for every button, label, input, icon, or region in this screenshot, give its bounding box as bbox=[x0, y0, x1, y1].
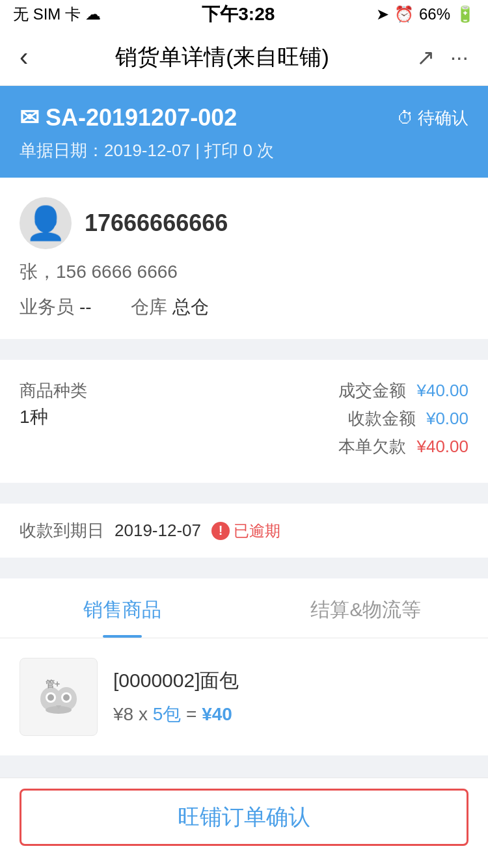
order-header: ✉ SA-20191207-002 ⏱ 待确认 单据日期：2019-12-07 … bbox=[0, 86, 488, 178]
tab-settlement[interactable]: 结算&物流等 bbox=[244, 578, 488, 638]
product-thumb-icon: 管+ bbox=[33, 674, 85, 720]
amount-label-2: 收款金额 bbox=[348, 407, 416, 430]
overdue-icon: ! bbox=[211, 522, 230, 540]
order-date: 单据日期：2019-12-07 | 打印 0 次 bbox=[20, 139, 468, 162]
avatar: 👤 bbox=[20, 197, 72, 249]
confirm-button[interactable]: 旺铺订单确认 bbox=[20, 789, 468, 846]
product-item: 管+ [0000002]面包 ¥8 x 5包 = ¥40 bbox=[20, 658, 468, 736]
overdue-badge: ! 已逾期 bbox=[211, 521, 280, 541]
order-envelope-icon: ✉ bbox=[20, 104, 39, 131]
svg-point-5 bbox=[63, 694, 70, 701]
amount-label-3: 本单欠款 bbox=[338, 435, 406, 458]
customer-phone: 17666666666 bbox=[85, 210, 228, 237]
sales-rep-label: 业务员 bbox=[20, 295, 74, 319]
amount-line-1: 成交金额 ¥40.00 bbox=[338, 379, 468, 402]
product-type-value: 1种 bbox=[20, 405, 87, 429]
sales-rep-field: 业务员 -- bbox=[20, 295, 92, 319]
due-date-label: 收款到期日 bbox=[20, 519, 104, 542]
amounts-block: 成交金额 ¥40.00 收款金额 ¥0.00 本单欠款 ¥40.00 bbox=[338, 379, 468, 463]
due-section: 收款到期日 2019-12-07 ! 已逾期 bbox=[0, 504, 488, 558]
order-status: ⏱ 待确认 bbox=[397, 107, 468, 129]
meta-row: 业务员 -- 仓库 总仓 bbox=[20, 295, 468, 319]
warehouse-field: 仓库 总仓 bbox=[131, 295, 209, 319]
due-date-value: 2019-12-07 bbox=[115, 521, 201, 541]
sales-rep-value: -- bbox=[79, 297, 92, 318]
price-equals: = bbox=[186, 704, 202, 724]
nav-actions: ↗ ··· bbox=[416, 44, 468, 70]
price-total: ¥40 bbox=[202, 704, 232, 724]
customer-section: 👤 17666666666 张，156 6666 6666 业务员 -- 仓库 … bbox=[0, 178, 488, 339]
status-text: 待确认 bbox=[418, 107, 468, 129]
tab-sales-products[interactable]: 销售商品 bbox=[0, 578, 244, 638]
order-id: ✉ SA-20191207-002 bbox=[20, 104, 237, 131]
warehouse-value: 总仓 bbox=[172, 295, 209, 319]
price-quantity: 5包 bbox=[153, 704, 182, 724]
divider-2 bbox=[0, 493, 488, 504]
more-icon[interactable]: ··· bbox=[450, 44, 468, 70]
price-base: ¥8 x bbox=[113, 704, 153, 724]
amount-label-1: 成交金额 bbox=[338, 379, 406, 402]
alarm-icon: ⏰ bbox=[394, 5, 414, 23]
person-icon: 👤 bbox=[25, 204, 66, 242]
customer-name: 张，156 6666 6666 bbox=[20, 260, 468, 284]
battery-label: 66% bbox=[419, 5, 450, 23]
status-left: 无 SIM 卡 ☁ bbox=[13, 4, 101, 25]
back-button[interactable]: ‹ bbox=[20, 42, 28, 72]
nav-bar: ‹ 销货单详情(来自旺铺) ↗ ··· bbox=[0, 29, 488, 86]
export-icon[interactable]: ↗ bbox=[416, 44, 435, 70]
warehouse-label: 仓库 bbox=[131, 295, 167, 319]
tab-sales-label: 销售商品 bbox=[83, 599, 161, 620]
product-price: ¥8 x 5包 = ¥40 bbox=[113, 702, 468, 727]
product-info: [0000002]面包 ¥8 x 5包 = ¥40 bbox=[113, 668, 468, 727]
battery-icon: 🔋 bbox=[455, 5, 475, 23]
order-id-row: ✉ SA-20191207-002 ⏱ 待确认 bbox=[20, 104, 468, 131]
no-sim-label: 无 SIM 卡 ☁ bbox=[13, 4, 101, 25]
status-right: ➤ ⏰ 66% 🔋 bbox=[376, 5, 475, 23]
clock-icon: ⏱ bbox=[397, 108, 414, 128]
amounts-row: 商品种类 1种 成交金额 ¥40.00 收款金额 ¥0.00 本单欠款 ¥40.… bbox=[20, 379, 468, 463]
amount-value-2: ¥0.00 bbox=[426, 409, 468, 429]
svg-text:管+: 管+ bbox=[46, 679, 60, 689]
product-section: 管+ [0000002]面包 ¥8 x 5包 = ¥40 bbox=[0, 638, 488, 755]
customer-row: 👤 17666666666 bbox=[20, 197, 468, 249]
tab-bar: 销售商品 结算&物流等 bbox=[0, 578, 488, 638]
divider-3 bbox=[0, 568, 488, 578]
product-type-block: 商品种类 1种 bbox=[20, 379, 87, 429]
divider-1 bbox=[0, 349, 488, 360]
location-icon: ➤ bbox=[376, 5, 389, 23]
amount-value-1: ¥40.00 bbox=[416, 381, 468, 401]
page-title: 销货单详情(来自旺铺) bbox=[115, 42, 329, 72]
amount-value-3: ¥40.00 bbox=[416, 437, 468, 457]
tab-settlement-label: 结算&物流等 bbox=[310, 599, 421, 620]
bottom-bar: 旺铺订单确认 bbox=[0, 778, 488, 868]
overdue-label: 已逾期 bbox=[234, 521, 280, 541]
product-type-label: 商品种类 bbox=[20, 379, 87, 402]
amount-line-2: 收款金额 ¥0.00 bbox=[338, 407, 468, 430]
svg-point-4 bbox=[47, 694, 54, 701]
amount-line-3: 本单欠款 ¥40.00 bbox=[338, 435, 468, 458]
order-id-text: SA-20191207-002 bbox=[46, 104, 237, 131]
product-thumbnail: 管+ bbox=[20, 658, 98, 736]
status-bar: 无 SIM 卡 ☁ 下午3:28 ➤ ⏰ 66% 🔋 bbox=[0, 0, 488, 29]
tab-section: 销售商品 结算&物流等 bbox=[0, 578, 488, 755]
amounts-section: 商品种类 1种 成交金额 ¥40.00 收款金额 ¥0.00 本单欠款 ¥40.… bbox=[0, 360, 488, 483]
product-name: [0000002]面包 bbox=[113, 668, 468, 694]
status-time: 下午3:28 bbox=[202, 2, 275, 27]
